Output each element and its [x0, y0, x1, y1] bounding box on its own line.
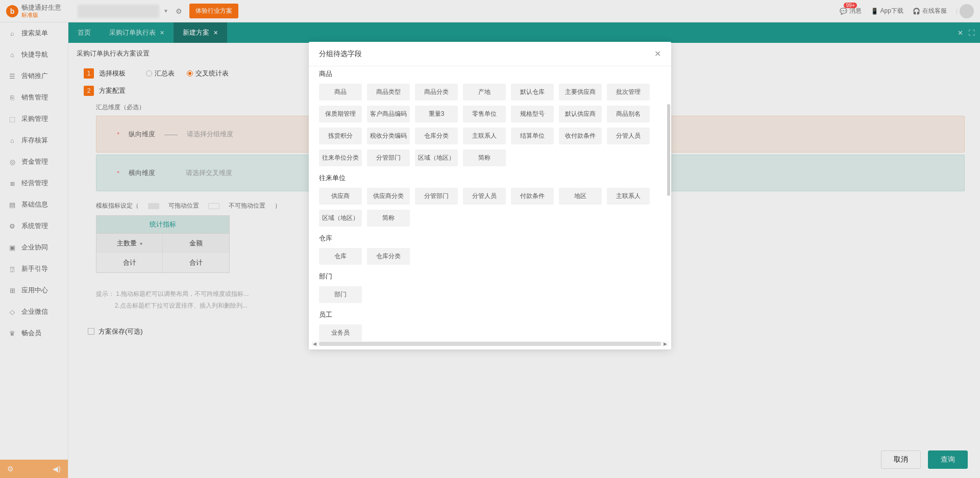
- field-chip[interactable]: 地区: [559, 188, 602, 205]
- field-chip[interactable]: 分管部门: [367, 149, 410, 166]
- field-chip[interactable]: 重量3: [415, 106, 458, 122]
- field-chip[interactable]: 收付款条件: [559, 128, 602, 144]
- field-chip[interactable]: 拣货积分: [319, 128, 362, 144]
- chips-row: 部门: [319, 286, 661, 303]
- horizontal-scrollbar[interactable]: ◀ ▶: [312, 341, 668, 346]
- field-chip[interactable]: 供应商分类: [367, 188, 410, 205]
- field-group: 仓库仓库仓库分类: [319, 234, 661, 265]
- chips-row: 业务员: [319, 324, 661, 341]
- field-group-title: 商品: [319, 69, 661, 79]
- field-chip[interactable]: 产地: [463, 84, 506, 100]
- field-chip[interactable]: 分管部门: [415, 188, 458, 205]
- field-group: 部门部门: [319, 272, 661, 303]
- horizontal-scrollbar-thumb[interactable]: [319, 342, 661, 346]
- modal-body[interactable]: 商品商品商品类型商品分类产地默认仓库主要供应商批次管理保质期管理客户商品编码重量…: [309, 66, 671, 341]
- field-chip[interactable]: 仓库: [319, 248, 362, 265]
- field-chip[interactable]: 默认仓库: [511, 84, 554, 100]
- field-chip[interactable]: 规格型号: [511, 106, 554, 122]
- modal-title: 分组待选字段: [319, 49, 362, 59]
- field-group: 往来单位供应商供应商分类分管部门分管人员付款条件地区主联系人区域（地区）简称: [319, 173, 661, 227]
- field-chip[interactable]: 业务员: [319, 324, 362, 341]
- scroll-left-icon[interactable]: ◀: [313, 341, 316, 346]
- field-chip[interactable]: 仓库分类: [367, 248, 410, 265]
- field-group-title: 仓库: [319, 234, 661, 243]
- close-icon[interactable]: ✕: [654, 49, 661, 59]
- scroll-right-icon[interactable]: ▶: [664, 341, 667, 346]
- field-group-title: 员工: [319, 310, 661, 319]
- field-chip[interactable]: 区域（地区）: [415, 149, 458, 166]
- field-picker-modal: 分组待选字段 ✕ 商品商品商品类型商品分类产地默认仓库主要供应商批次管理保质期管…: [309, 42, 671, 349]
- chips-row: 商品商品类型商品分类产地默认仓库主要供应商批次管理保质期管理客户商品编码重量3零…: [319, 84, 661, 166]
- chips-row: 仓库仓库分类: [319, 248, 661, 265]
- field-chip[interactable]: 保质期管理: [319, 106, 362, 122]
- field-chip[interactable]: 零售单位: [463, 106, 506, 122]
- vertical-scrollbar-thumb[interactable]: [667, 104, 670, 196]
- field-chip[interactable]: 结算单位: [511, 128, 554, 144]
- field-chip[interactable]: 批次管理: [607, 84, 650, 100]
- field-chip[interactable]: 供应商: [319, 188, 362, 205]
- field-chip[interactable]: 商品分类: [415, 84, 458, 100]
- field-chip[interactable]: 区域（地区）: [319, 210, 362, 227]
- field-chip[interactable]: 主联系人: [463, 128, 506, 144]
- field-chip[interactable]: 付款条件: [511, 188, 554, 205]
- field-chip[interactable]: 主要供应商: [559, 84, 602, 100]
- field-chip[interactable]: 分管人员: [607, 128, 650, 144]
- field-chip[interactable]: 仓库分类: [415, 128, 458, 144]
- modal-mask: 分组待选字段 ✕ 商品商品商品类型商品分类产地默认仓库主要供应商批次管理保质期管…: [0, 0, 980, 478]
- field-group: 员工业务员: [319, 310, 661, 341]
- field-chip[interactable]: 往来单位分类: [319, 149, 362, 166]
- field-chip[interactable]: 税收分类编码: [367, 128, 410, 144]
- field-chip[interactable]: 简称: [367, 210, 410, 227]
- field-chip[interactable]: 部门: [319, 286, 362, 303]
- field-group: 商品商品商品类型商品分类产地默认仓库主要供应商批次管理保质期管理客户商品编码重量…: [319, 69, 661, 166]
- field-chip[interactable]: 默认供应商: [559, 106, 602, 122]
- field-group-title: 部门: [319, 272, 661, 281]
- field-chip[interactable]: 商品: [319, 84, 362, 100]
- field-chip[interactable]: 分管人员: [463, 188, 506, 205]
- field-chip[interactable]: 简称: [463, 149, 506, 166]
- modal-header: 分组待选字段 ✕: [309, 42, 671, 66]
- field-chip[interactable]: 商品别名: [607, 106, 650, 122]
- field-chip[interactable]: 主联系人: [607, 188, 650, 205]
- field-group-title: 往来单位: [319, 173, 661, 183]
- chips-row: 供应商供应商分类分管部门分管人员付款条件地区主联系人区域（地区）简称: [319, 188, 661, 227]
- field-chip[interactable]: 客户商品编码: [367, 106, 410, 122]
- field-chip[interactable]: 商品类型: [367, 84, 410, 100]
